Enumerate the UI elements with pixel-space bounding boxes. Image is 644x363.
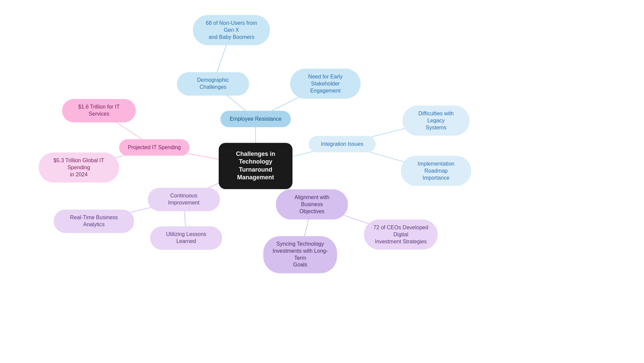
center-node: Challenges in Technology Turnaround Mana…: [219, 143, 292, 189]
demographic-node[interactable]: Demographic Challenges: [177, 72, 249, 96]
need-stakeholder-node[interactable]: Need for Early Stakeholder Engagement: [290, 69, 361, 99]
implementation-roadmap-node[interactable]: Implementation Roadmap Importance: [401, 156, 471, 186]
utilizing-lessons-node[interactable]: Utilizing Lessons Learned: [150, 226, 222, 250]
global-it-node[interactable]: $5.3 Trillion Global IT Spending in 2024: [39, 153, 119, 183]
alignment-node[interactable]: Alignment with Business Objectives: [276, 189, 348, 220]
syncing-node[interactable]: Syncing Technology Investments with Long…: [263, 236, 337, 273]
integration-issues-node[interactable]: Integration Issues: [309, 136, 376, 153]
continuous-improvement-node[interactable]: Continuous Improvement: [148, 188, 220, 211]
non-users-node[interactable]: 68 of Non-Users from Gen X and Baby Boom…: [193, 15, 270, 45]
employee-resistance-node[interactable]: Employee Resistance: [220, 111, 291, 127]
realtime-analytics-node[interactable]: Real-Time Business Analytics: [54, 209, 134, 233]
projected-it-node[interactable]: Projected IT Spending: [119, 139, 190, 156]
difficulties-legacy-node[interactable]: Difficulties with Legacy Systems: [402, 106, 470, 136]
ceos-node[interactable]: 72 of CEOs Developed Digital Investment …: [364, 220, 438, 250]
it-services-node[interactable]: $1.6 Trillion for IT Services: [62, 99, 136, 122]
